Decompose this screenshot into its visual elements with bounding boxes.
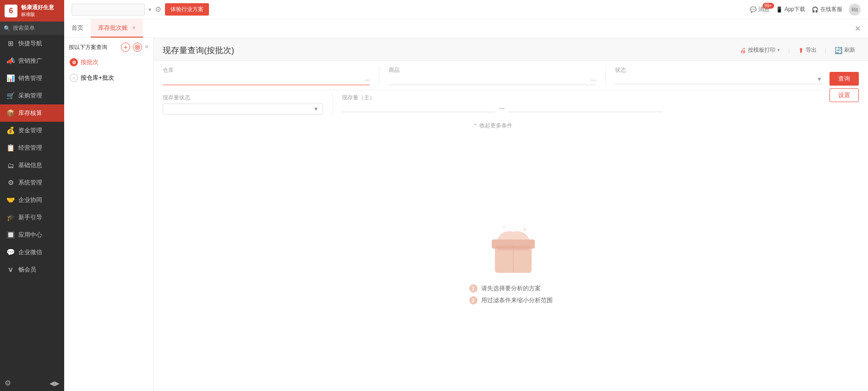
- solution-active-icon: ⚙: [70, 58, 78, 66]
- sidebar-item-purchase[interactable]: 🛒 采购管理: [0, 87, 64, 104]
- sidebar-item-finance[interactable]: 💰 资金管理: [0, 122, 64, 139]
- solution-collapse-btn[interactable]: «: [145, 43, 148, 52]
- query-btn[interactable]: 查询: [830, 72, 859, 86]
- sidebar-item-quick-nav[interactable]: ⊞ 快捷导航: [0, 35, 64, 52]
- tab-bar: 首页 库存批次账 × ✕: [64, 19, 868, 38]
- sidebar-item-marketing[interactable]: 📣 营销推广: [0, 52, 64, 70]
- query-content: 现存量查询(按批次) 🖨 按模板打印 ▾ | ⬆ 导出 | 🔄: [154, 38, 868, 391]
- sidebar-logo: 6: [5, 5, 17, 17]
- action-divider2: |: [825, 47, 826, 54]
- topbar-search-wrap: [71, 4, 145, 16]
- solution-settings-btn[interactable]: [133, 43, 142, 52]
- finance-icon: 💰: [6, 126, 15, 135]
- sidebar-search[interactable]: 🔍 搜索菜单: [0, 22, 64, 35]
- app-download-btn[interactable]: 📱 App下载: [776, 5, 805, 13]
- online-service-btn[interactable]: 🎧 在线客服: [812, 5, 842, 13]
- svg-point-7: [503, 226, 505, 228]
- tab-home[interactable]: 首页: [64, 19, 91, 38]
- product-input-wrap: ···: [389, 76, 596, 85]
- sidebar-nav: ⊞ 快捷导航 📣 营销推广 📊 销售管理 🛒 采购管理 📦 库存核算 💰 资金管…: [0, 35, 64, 375]
- print-btn[interactable]: 🖨 按模板打印 ▾: [736, 44, 784, 56]
- sidebar-collapse-icon[interactable]: ◀▶: [49, 380, 60, 387]
- hint-num-2: 2: [469, 296, 478, 304]
- empty-svg: [483, 220, 543, 275]
- product-dots-btn[interactable]: ···: [591, 76, 596, 83]
- sidebar-item-enterprise[interactable]: 🤝 企业协同: [0, 191, 64, 209]
- add-solution-btn[interactable]: +: [121, 43, 130, 52]
- solution-panel: 按以下方案查询 + « ⚙ 按批次 ○ 按仓库: [64, 38, 154, 391]
- experience-btn[interactable]: 体验行业方案: [165, 3, 209, 16]
- query-settings-btns: 查询 设置: [830, 66, 859, 108]
- panel-close-btn[interactable]: ✕: [847, 20, 868, 38]
- collapse-more-btn[interactable]: ⌃ 收起更多条件: [163, 118, 822, 133]
- message-icon: 💬: [750, 6, 757, 13]
- purchase-icon: 🛒: [6, 92, 15, 100]
- stock-qty-max-input[interactable]: [509, 103, 662, 112]
- sidebar-item-member[interactable]: V 畅会员: [0, 261, 64, 278]
- print-dropdown-icon[interactable]: ▾: [777, 47, 780, 53]
- filters-fields: 仓库 ··· 商品 ···: [163, 66, 822, 133]
- sidebar: 6 畅康通好生意 标准版 🔍 搜索菜单 ⊞ 快捷导航 📣 营销推广 📊 销售管理…: [0, 0, 64, 391]
- warehouse-dots-btn[interactable]: ···: [365, 76, 370, 83]
- warehouse-label: 仓库: [163, 66, 370, 74]
- tab-inventory-batch[interactable]: 库存批次账 ×: [91, 19, 143, 38]
- page-title: 现存量查询(按批次): [163, 45, 234, 56]
- topbar-chevron-icon[interactable]: ▾: [148, 6, 151, 13]
- export-btn[interactable]: ⬆ 导出: [795, 44, 820, 56]
- sidebar-item-apps[interactable]: 🔲 应用中心: [0, 226, 64, 244]
- warehouse-input-wrap: ···: [163, 76, 370, 85]
- headset-icon: 🎧: [812, 6, 819, 13]
- solution-item-by-warehouse-batch[interactable]: ○ 按仓库+批次: [64, 70, 153, 86]
- stock-status-arrow: ▼: [313, 106, 319, 112]
- stock-status-select[interactable]: ▼: [163, 103, 323, 114]
- sidebar-item-inventory[interactable]: 📦 库存核算: [0, 104, 64, 122]
- solution-panel-title: 按以下方案查询: [69, 43, 107, 51]
- solution-panel-actions: + «: [121, 43, 148, 52]
- empty-hint-2: 2 用过滤条件来缩小分析范围: [469, 296, 553, 304]
- settings-gear-icon[interactable]: ⚙: [5, 379, 11, 387]
- product-input[interactable]: [389, 76, 591, 83]
- filter-stock-status: 现存量状态 ▼: [163, 94, 333, 114]
- settings-btn[interactable]: 设置: [830, 88, 859, 102]
- marketing-icon: 📣: [6, 57, 15, 65]
- content-area: 按以下方案查询 + « ⚙ 按批次 ○ 按仓库: [64, 38, 868, 391]
- warehouse-input[interactable]: [163, 76, 365, 83]
- settings-icon: [135, 44, 140, 50]
- sidebar-item-system[interactable]: ⚙ 系统管理: [0, 174, 64, 191]
- sidebar-item-basic[interactable]: 🗂 基础信息: [0, 157, 64, 174]
- tab-close-icon[interactable]: ×: [132, 25, 136, 31]
- filter-row-2: 现存量状态 ▼ 现存量（主） —: [163, 90, 822, 118]
- messages-badge: 99+: [763, 3, 774, 9]
- user-avatar: Rit: [849, 4, 861, 16]
- enterprise-icon: 🤝: [6, 196, 15, 204]
- status-select[interactable]: ▼: [615, 76, 822, 84]
- svg-point-1: [135, 45, 140, 49]
- messages-btn[interactable]: 💬 消息 99+: [750, 5, 769, 13]
- sidebar-item-newuser[interactable]: 🎓 新手引导: [0, 209, 64, 226]
- svg-point-0: [137, 46, 138, 48]
- collapse-up-icon: ⌃: [473, 123, 478, 129]
- filters-container: 仓库 ··· 商品 ···: [154, 61, 868, 133]
- print-icon: 🖨: [740, 47, 746, 54]
- topbar-gear-icon[interactable]: ⚙: [155, 5, 161, 14]
- weixin-icon: 💬: [6, 248, 15, 256]
- sales-icon: 📊: [6, 74, 15, 82]
- user-info-btn[interactable]: Rit: [849, 4, 861, 16]
- refresh-btn[interactable]: 🔄 刷新: [831, 44, 859, 56]
- status-dropdown-arrow: ▼: [817, 76, 822, 82]
- product-label: 商品: [389, 66, 596, 74]
- operations-icon: 📋: [6, 144, 15, 152]
- inventory-icon: 📦: [6, 109, 15, 117]
- empty-hints: 1 请先选择要分析的方案 2 用过滤条件来缩小分析范围: [469, 284, 553, 304]
- solution-item-by-batch[interactable]: ⚙ 按批次: [64, 54, 153, 70]
- stock-qty-sep: —: [499, 104, 505, 111]
- system-icon: ⚙: [6, 179, 15, 187]
- solution-panel-header: 按以下方案查询 + «: [64, 38, 153, 54]
- topbar-search-input[interactable]: [75, 6, 142, 13]
- search-icon: 🔍: [4, 25, 11, 32]
- page-actions: 🖨 按模板打印 ▾ | ⬆ 导出 | 🔄 刷新: [736, 44, 859, 56]
- sidebar-item-operations[interactable]: 📋 经营管理: [0, 139, 64, 157]
- stock-qty-min-input[interactable]: [342, 103, 495, 112]
- sidebar-item-weixin[interactable]: 💬 企业微信: [0, 244, 64, 261]
- sidebar-item-sales[interactable]: 📊 销售管理: [0, 70, 64, 87]
